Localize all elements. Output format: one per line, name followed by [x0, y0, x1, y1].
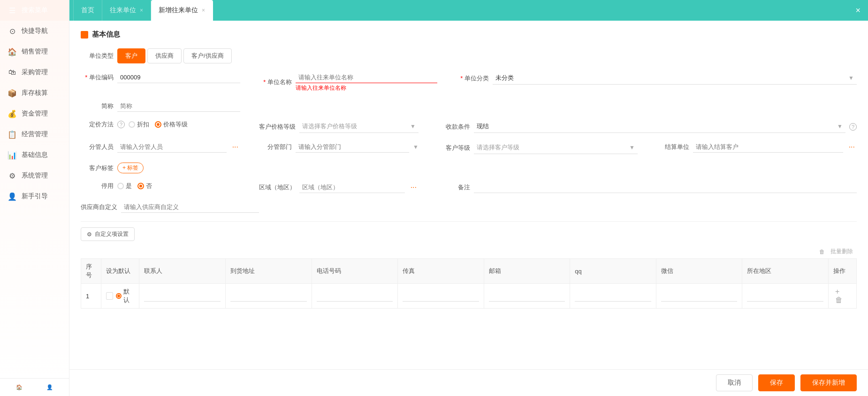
row-manager: 分管人员 ··· 分管部门 ▼ 客户等级 请选择客户等级 ▼ 结算单位 ···: [81, 141, 857, 154]
row-default-radio[interactable]: 默认: [116, 287, 134, 304]
add-tag-button[interactable]: + 标签: [117, 163, 144, 173]
customer-level-label: 客户等级: [437, 144, 470, 152]
tab-new-partner[interactable]: 新增往来单位 ×: [151, 0, 213, 21]
system-icon: ⚙: [8, 171, 17, 180]
tab-partners-close[interactable]: ×: [140, 7, 143, 14]
settlement-more-btn[interactable]: ···: [847, 143, 857, 151]
unit-name-label: 单位名称: [259, 78, 292, 86]
col-fax: 传真: [398, 259, 484, 284]
tab-home[interactable]: 首页: [73, 0, 102, 21]
sidebar-item-purchase[interactable]: 🛍 采购管理: [0, 62, 69, 83]
radio-discount-label: 折扣: [137, 120, 149, 129]
payment-terms-select[interactable]: 现结 ▼: [474, 120, 845, 133]
sidebar-item-label: 基础信息: [22, 151, 48, 159]
unit-category-value: 未分类: [495, 74, 848, 82]
sidebar-item-inventory[interactable]: 📦 库存核算: [0, 83, 69, 103]
cell-region: [742, 284, 829, 309]
sidebar-item-guide[interactable]: 👤 新手引导: [0, 186, 69, 207]
sidebar-item-finance[interactable]: 💰 资金管理: [0, 103, 69, 124]
sidebar-item-sales[interactable]: 🏠 销售管理: [0, 41, 69, 62]
short-name-input[interactable]: [117, 101, 240, 112]
manager-more-btn[interactable]: ···: [230, 143, 240, 151]
radio-price-level[interactable]: 价格等级: [155, 120, 188, 129]
search-icon: ☰: [8, 6, 17, 15]
customer-price-level-value: 请选择客户价格等级: [302, 122, 410, 131]
unit-btn-supplier[interactable]: 供应商: [147, 48, 182, 63]
table-header-row: 序号 设为默认 联系人 到货地址 电话号码 传真 邮箱 qq 微信 所在地区 操…: [81, 259, 857, 284]
row-email-input[interactable]: [489, 290, 565, 302]
basic-icon: 📊: [8, 150, 17, 160]
radio-discount[interactable]: 折扣: [129, 120, 149, 129]
dept-dropdown-icon: ▼: [413, 144, 419, 150]
manager-input[interactable]: [117, 141, 227, 153]
row-phone-input[interactable]: [317, 290, 393, 302]
batch-delete-icon: 🗑: [819, 248, 825, 255]
row-checkbox[interactable]: [106, 292, 113, 300]
batch-delete-area: 🗑 批量删除: [81, 247, 857, 256]
cancel-button[interactable]: 取消: [716, 374, 753, 391]
note-input[interactable]: [474, 182, 857, 193]
payment-terms-label: 收款条件: [437, 123, 470, 131]
pricing-method-label: 定价方法: [81, 120, 114, 129]
close-all-tabs[interactable]: ×: [852, 6, 864, 16]
sidebar-item-label: 快捷导航: [22, 27, 48, 35]
customer-level-select[interactable]: 请选择客户等级 ▼: [474, 141, 638, 154]
bottom-home[interactable]: 🏠: [14, 382, 24, 392]
row-contact-input[interactable]: [144, 290, 221, 302]
row-supplier-custom: 供应商自定义: [81, 202, 857, 213]
disabled-radio-group: 是 否: [117, 182, 152, 190]
sidebar-item-search[interactable]: ☰ 搜索菜单: [0, 0, 69, 21]
section-basic-info: 基本信息: [81, 30, 857, 39]
note-group: 备注: [437, 182, 857, 193]
batch-delete-button[interactable]: 批量删除: [827, 247, 857, 256]
supplier-custom-input[interactable]: [121, 202, 259, 213]
unit-btn-both[interactable]: 客户/供应商: [183, 48, 232, 63]
tab-new-partner-close[interactable]: ×: [202, 7, 205, 14]
sidebar-item-operation[interactable]: 📋 经营管理: [0, 124, 69, 145]
cell-fax: [398, 284, 484, 309]
purchase-icon: 🛍: [8, 68, 17, 77]
bottom-user[interactable]: 👤: [45, 382, 55, 392]
region-input[interactable]: [299, 182, 405, 193]
unit-code-input[interactable]: [117, 72, 240, 83]
customer-tag-label: 客户标签: [81, 164, 114, 172]
section-icon: [81, 31, 88, 39]
row-add-button[interactable]: +: [833, 287, 841, 295]
row-wechat-input[interactable]: [661, 290, 738, 302]
save-and-new-button[interactable]: 保存并新增: [800, 374, 857, 391]
unit-btn-customer[interactable]: 客户: [117, 48, 145, 63]
sidebar-item-label: 经营管理: [22, 130, 48, 139]
row-delete-button[interactable]: 🗑: [833, 296, 845, 304]
unit-category-select[interactable]: 未分类 ▼: [493, 72, 857, 85]
customer-price-level-select[interactable]: 请选择客户价格等级 ▼: [299, 120, 419, 133]
tabs-bar: 首页 往来单位 × 新增往来单位 × ×: [69, 0, 868, 21]
pricing-help-icon[interactable]: ?: [117, 121, 125, 128]
unit-code-group: 单位编码: [81, 72, 240, 83]
payment-terms-value: 现结: [477, 122, 837, 131]
sidebar-item-quick-nav[interactable]: ⊙ 快捷导航: [0, 21, 69, 41]
chevron-down-icon-4: ▼: [629, 144, 635, 151]
region-more-btn[interactable]: ···: [409, 183, 419, 192]
sidebar-item-basic[interactable]: 📊 基础信息: [0, 145, 69, 165]
row-address-input[interactable]: [230, 290, 307, 302]
sidebar-item-system[interactable]: ⚙ 系统管理: [0, 165, 69, 186]
custom-settings-button[interactable]: ⚙ 自定义项设置: [81, 227, 135, 241]
row-qq-input[interactable]: [575, 290, 651, 302]
row-region-input[interactable]: [747, 290, 823, 302]
radio-yes[interactable]: 是: [117, 182, 132, 190]
radio-no[interactable]: 否: [137, 182, 152, 190]
settlement-input[interactable]: [693, 141, 843, 153]
main-area: 首页 往来单位 × 新增往来单位 × × 基本信息 单位类型 客户 供应商 客户…: [69, 0, 868, 396]
radio-price-level-label: 价格等级: [163, 120, 188, 129]
dept-input[interactable]: [296, 141, 409, 153]
radio-price-level-circle: [155, 121, 161, 128]
supplier-custom-group: 供应商自定义: [81, 202, 259, 213]
payment-help-icon[interactable]: ?: [849, 123, 857, 131]
tab-partners[interactable]: 往来单位 ×: [102, 0, 151, 21]
save-button[interactable]: 保存: [758, 374, 795, 391]
sidebar-item-label: 搜索菜单: [22, 6, 48, 15]
row-fax-input[interactable]: [403, 290, 479, 302]
cell-phone: [312, 284, 398, 309]
form-footer: 取消 保存 保存并新增: [69, 369, 868, 396]
unit-name-input[interactable]: [296, 72, 437, 83]
